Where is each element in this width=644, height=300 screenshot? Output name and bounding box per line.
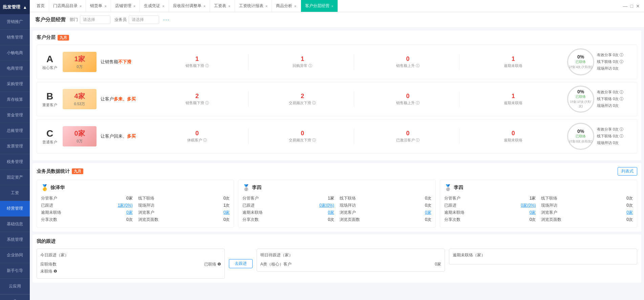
staff-stat-label-l-2: 逾期未联络 [41, 210, 61, 215]
sidebar-item-云应用[interactable]: 云应用 [0, 279, 30, 294]
tab-close-工资表[interactable]: × [228, 4, 230, 8]
sidebar-item-固定资产[interactable]: 固定资产 [0, 170, 30, 185]
tab-close-商品分析[interactable]: × [294, 4, 296, 8]
tab-门店商品目录[interactable]: 门店商品目录× [49, 0, 86, 12]
staff-stat-label-r-2: 浏览客户 [340, 210, 356, 215]
staff-stat-val-l-1[interactable]: 1家(0%) [118, 203, 133, 208]
dept-select[interactable]: 请选择 [80, 16, 110, 24]
tab-close-应收应付调整单[interactable]: × [203, 4, 206, 8]
sidebar-item-企业协同[interactable]: 企业协同 [0, 248, 30, 263]
stat-label-C-3: 逾期未联络 [464, 138, 563, 143]
stat-num-A-1: 1 [253, 55, 352, 63]
stat-card-B-0[interactable]: 2销售额下滑 ⓘ [146, 91, 249, 107]
tab-close-生成凭证[interactable]: × [162, 4, 164, 8]
staff-stat-label-l-3: 分享次数 [41, 217, 57, 223]
tab-商品分析[interactable]: 商品分析× [272, 0, 301, 12]
sidebar-item-小畅电商[interactable]: 小畅电商 [0, 45, 30, 61]
staff-stat-label-l-1: 已跟进 [444, 203, 456, 208]
tab-生成凭证[interactable]: 生成凭证× [140, 0, 169, 12]
staff-select[interactable]: 请选择 [129, 16, 159, 24]
tab-bar-actions: — □ ✕ [623, 3, 641, 9]
stat-card-C-1[interactable]: 0交易频次下滑 ⓘ [251, 129, 354, 144]
staff-stat-val-r-2[interactable]: 0家 [223, 210, 230, 215]
staff-name-row-1: 🥈李四 [242, 184, 431, 191]
tab-close-销货单[interactable]: × [104, 4, 106, 8]
tab-应收应付调整单[interactable]: 应收应付调整单× [169, 0, 210, 12]
staff-stats-right-1: 线下联络0次现场拜访0次浏览客户0家浏览页面数0次 [340, 195, 431, 223]
tier-stats-A: 1销售额下滑 ⓘ1回购异常 ⓘ0销售额上升 ⓘ1逾期未联络 [146, 54, 564, 70]
stat-card-A-2[interactable]: 0销售额上升 ⓘ [357, 54, 459, 70]
tab-客户分层经营[interactable]: 客户分层经营× [301, 0, 338, 12]
staff-filter: 业务员 请选择 [114, 16, 159, 24]
customer-section-title: 客户分层 九月 [37, 34, 637, 41]
sidebar-item-总账管理[interactable]: 总账管理 [0, 123, 30, 139]
staff-stat-val-r-2[interactable]: 0家 [425, 210, 431, 215]
stat-card-C-2[interactable]: 0已激活客户 ⓘ [357, 129, 459, 144]
stat-card-B-1[interactable]: 2交易频次下滑 ⓘ [251, 91, 354, 107]
staff-card-0: 🥇徐泽华分管客户0家已跟进1家(0%)逾期未联络0家分享次数0次线下联络0次现场… [37, 180, 234, 228]
tab-close-店铺管理[interactable]: × [133, 4, 135, 8]
settings-button[interactable]: ⚙ [0, 294, 30, 300]
staff-stat-label-r-0: 线下联络 [138, 195, 154, 201]
sidebar-item-系统管理[interactable]: 系统管理 [0, 232, 30, 248]
staff-stat-val-l-2[interactable]: 0家 [126, 210, 133, 215]
sidebar-item-经营管理[interactable]: 经营管理 [0, 201, 30, 216]
tab-首页[interactable]: 首页 [33, 0, 49, 12]
staff-stats-left-0: 分管客户0家已跟进1家(0%)逾期未联络0家分享次数0次 [41, 195, 133, 223]
staff-stat-left-row-2: 逾期未联络0家 [444, 209, 536, 216]
sidebar-item-资金管理[interactable]: 资金管理 [0, 108, 30, 123]
sidebar-item-营销推广[interactable]: 营销推广 [0, 14, 30, 30]
staff-stat-val-l-2[interactable]: 0家 [530, 210, 536, 215]
sidebar-item-税务管理[interactable]: 税务管理 [0, 154, 30, 170]
tier-extra-item-B: 线下联络 0次 ⓘ [597, 96, 634, 102]
tab-close-客户分层经营[interactable]: × [331, 4, 334, 8]
sidebar-top[interactable]: 批发管理 ▲ [0, 0, 30, 14]
staff-stats-grid-2: 分管客户1家已跟进0家(0%)逾期未联络0家分享次数0次线下联络0次现场拜访0次… [444, 195, 633, 223]
tab-close-门店商品目录[interactable]: × [80, 4, 82, 8]
sidebar-item-发票管理[interactable]: 发票管理 [0, 139, 30, 154]
staff-stat-left-row-3: 分享次数0次 [444, 216, 536, 223]
stat-card-B-3[interactable]: 1逾期未联络 [462, 91, 564, 107]
tab-工资统计报表[interactable]: 工资统计报表× [235, 0, 272, 12]
stat-card-C-3[interactable]: 0逾期未联络 [462, 129, 564, 144]
staff-stat-val-l-2[interactable]: 0家 [328, 210, 334, 215]
more-filters-icon[interactable]: ··· [163, 17, 170, 23]
sidebar-item-销售管理[interactable]: 销售管理 [0, 30, 30, 45]
tier-extra-C: 有效分享 0次 ⓘ线下联络 0次 ⓘ现场拜访 0次 [597, 126, 634, 146]
sidebar-item-新手引导[interactable]: 新手引导 [0, 263, 30, 279]
staff-stat-val-l-1[interactable]: 0家(0%) [521, 203, 536, 208]
staff-stat-val-r-2[interactable]: 0家 [626, 210, 633, 215]
dept-placeholder: 请选择 [83, 17, 95, 22]
stat-card-A-3[interactable]: 1逾期未联络 [462, 54, 564, 70]
goto-followup-button[interactable]: 去跟进 [229, 259, 253, 268]
page-header: 客户分层经营 部门 请选择 业务员 请选择 ··· [30, 12, 644, 28]
list-view-button[interactable]: 列表式 [618, 167, 637, 176]
stat-num-B-0: 2 [147, 93, 247, 100]
stat-card-B-2[interactable]: 0销售额上升 ⓘ [357, 91, 459, 107]
stat-card-C-0[interactable]: 0休眠客户 ⓘ [146, 129, 249, 144]
circle-label-A: 已联络 [576, 60, 586, 64]
tab-工资表[interactable]: 工资表× [210, 0, 235, 12]
staff-stat-label-l-0: 分管客户 [444, 195, 460, 201]
tab-close-工资统计报表[interactable]: × [265, 4, 267, 8]
tab-销货单[interactable]: 销货单× [86, 0, 111, 12]
circle-pct-A: 0% [577, 54, 584, 60]
staff-medal-2: 🥈 [444, 184, 452, 191]
stat-label-A-2: 销售额上升 ⓘ [358, 63, 458, 68]
staff-stat-left-row-0: 分管客户1家 [444, 195, 536, 202]
sidebar-item-采购管理[interactable]: 采购管理 [0, 76, 30, 92]
tab-close-icon[interactable]: ✕ [636, 3, 640, 9]
tab-店铺管理[interactable]: 店铺管理× [111, 0, 140, 12]
sidebar-item-电商管理[interactable]: 电商管理 [0, 61, 30, 76]
stat-card-A-1[interactable]: 1回购异常 ⓘ [251, 54, 354, 70]
staff-stat-val-l-1[interactable]: 0家(0%) [319, 203, 334, 208]
tab-max-icon[interactable]: □ [630, 3, 633, 9]
stat-num-B-3: 1 [464, 93, 563, 100]
sidebar-item-工资[interactable]: 工资 [0, 185, 30, 201]
staff-stats-right-2: 线下联络0次现场拜访0次浏览客户0家浏览页面数0次 [541, 195, 633, 223]
stat-card-A-0[interactable]: 1销售额下滑 ⓘ [146, 54, 249, 70]
sidebar-item-库存核算[interactable]: 库存核算 [0, 92, 30, 108]
tier-name-B: 重要客户 [40, 102, 60, 108]
sidebar-item-基础信息[interactable]: 基础信息 [0, 216, 30, 232]
tab-min-icon[interactable]: — [623, 3, 628, 9]
